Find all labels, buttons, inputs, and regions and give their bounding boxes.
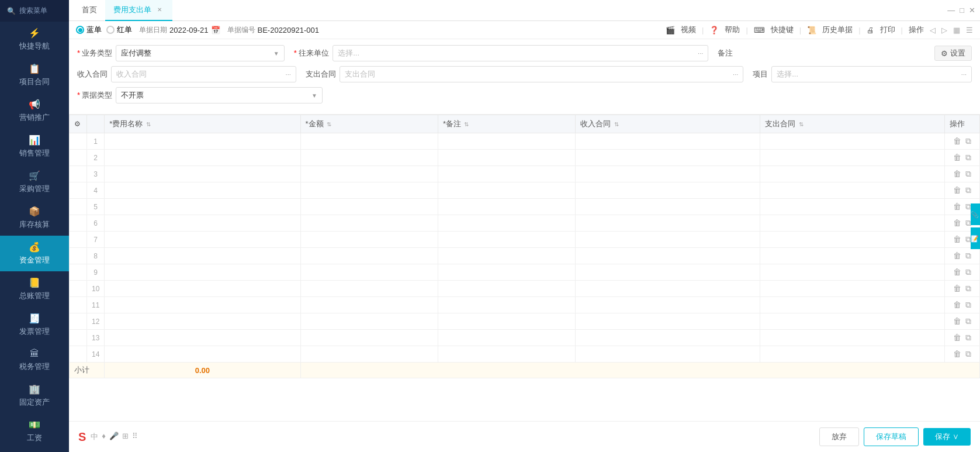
copy-icon[interactable]: ⧉: [965, 300, 971, 309]
tab-close-icon[interactable]: ✕: [155, 5, 164, 15]
expense-contract-cell[interactable]: [760, 232, 945, 248]
col-config[interactable]: ⚙: [70, 115, 87, 133]
sidebar-item-purchase-mgmt[interactable]: 🛒采购管理: [0, 164, 69, 200]
save-draft-button[interactable]: 保存草稿: [864, 427, 919, 446]
income-contract-cell[interactable]: [576, 297, 760, 313]
remark-cell[interactable]: [438, 330, 576, 346]
calendar-icon[interactable]: 📅: [211, 26, 220, 34]
copy-icon[interactable]: ⧉: [965, 185, 971, 195]
remark-cell[interactable]: [438, 199, 576, 215]
help-icon[interactable]: ❓: [709, 26, 719, 34]
copy-icon[interactable]: ⧉: [965, 349, 971, 358]
amount-cell[interactable]: [300, 232, 438, 248]
copy-icon[interactable]: ⧉: [965, 284, 971, 293]
expense-name-cell[interactable]: [105, 248, 300, 264]
income-contract-cell[interactable]: [576, 232, 760, 248]
expense-name-cell[interactable]: [105, 346, 300, 363]
remark-cell[interactable]: [438, 166, 576, 182]
radio-blue[interactable]: 蓝单: [76, 25, 102, 35]
income-contract-cell[interactable]: [576, 133, 760, 150]
expense-contract-cell[interactable]: [760, 281, 945, 297]
remark-cell[interactable]: [438, 182, 576, 199]
copy-icon[interactable]: ⧉: [965, 136, 971, 146]
amount-cell[interactable]: [300, 346, 438, 363]
income-contract-cell[interactable]: [576, 313, 760, 330]
delete-icon[interactable]: 🗑: [953, 349, 961, 358]
income-contract-cell[interactable]: [576, 150, 760, 166]
col-income-contract[interactable]: 收入合同 ⇅: [576, 115, 760, 133]
income-contract-cell[interactable]: [576, 264, 760, 281]
amount-cell[interactable]: [300, 248, 438, 264]
window-minimize-icon[interactable]: —: [947, 6, 955, 15]
window-close-icon[interactable]: ✕: [969, 6, 975, 15]
remark-cell[interactable]: [438, 264, 576, 281]
history-label[interactable]: 历史单据: [822, 25, 853, 35]
tab-expense-bill[interactable]: 费用支出单 ✕: [105, 0, 172, 21]
delete-icon[interactable]: 🗑: [953, 316, 961, 326]
remark-cell[interactable]: [438, 297, 576, 313]
delete-icon[interactable]: 🗑: [953, 333, 961, 342]
discard-button[interactable]: 放弃: [819, 427, 859, 446]
history-icon[interactable]: 📜: [807, 26, 816, 34]
expense-name-cell[interactable]: [105, 150, 300, 166]
copy-icon[interactable]: ⧉: [965, 333, 971, 342]
project-input[interactable]: 选择... ···: [771, 66, 972, 82]
expense-name-cell[interactable]: [105, 281, 300, 297]
col-remark[interactable]: *备注 ⇅: [438, 115, 576, 133]
amount-cell[interactable]: [300, 150, 438, 166]
sidebar-item-ledger[interactable]: 📒总账管理: [0, 271, 69, 307]
remark-cell[interactable]: [438, 313, 576, 330]
expense-contract-cell[interactable]: [760, 182, 945, 199]
radio-red[interactable]: 红单: [106, 25, 132, 35]
toolbar-grid-icon[interactable]: ▦: [953, 26, 960, 34]
delete-icon[interactable]: 🗑: [953, 153, 961, 162]
expense-name-cell[interactable]: [105, 166, 300, 182]
expense-name-cell[interactable]: [105, 215, 300, 232]
expense-contract-cell[interactable]: [760, 330, 945, 346]
income-contract-cell[interactable]: [576, 281, 760, 297]
expense-contract-cell[interactable]: [760, 248, 945, 264]
sidebar-item-ops-mgmt[interactable]: 📈经营管理: [0, 449, 69, 452]
delete-icon[interactable]: 🗑: [953, 267, 961, 277]
expense-name-cell[interactable]: [105, 313, 300, 330]
sidebar-item-capital-mgmt[interactable]: 💰资金管理: [0, 236, 69, 271]
window-maximize-icon[interactable]: □: [960, 6, 964, 15]
tab-home[interactable]: 首页: [74, 0, 105, 21]
expense-name-cell[interactable]: [105, 264, 300, 281]
sidebar-search[interactable]: 🔍 搜索菜单: [0, 0, 69, 22]
remark-cell[interactable]: [438, 133, 576, 150]
delete-icon[interactable]: 🗑: [953, 218, 961, 227]
sidebar-item-project-contract[interactable]: 📋项目合同: [0, 57, 69, 93]
delete-icon[interactable]: 🗑: [953, 185, 961, 195]
save-button[interactable]: 保存 ∨: [923, 428, 971, 446]
sidebar-item-inventory[interactable]: 📦库存核算: [0, 200, 69, 236]
income-contract-input[interactable]: 收入合同 ···: [111, 66, 296, 82]
attachment-panel[interactable]: 📎: [971, 203, 980, 225]
video-label[interactable]: 视频: [681, 25, 696, 35]
sidebar-item-fixed-assets[interactable]: 🏢固定资产: [0, 378, 69, 413]
copy-icon[interactable]: ⧉: [965, 316, 971, 326]
expense-name-cell[interactable]: [105, 232, 300, 248]
expense-name-cell[interactable]: [105, 297, 300, 313]
sidebar-item-tax-mgmt[interactable]: 🏛税务管理: [0, 343, 69, 378]
expense-contract-cell[interactable]: [760, 166, 945, 182]
biz-type-select[interactable]: 应付调整 ▼: [116, 45, 284, 61]
income-contract-cell[interactable]: [576, 199, 760, 215]
sidebar-item-invoice-mgmt[interactable]: 🧾发票管理: [0, 307, 69, 343]
expense-contract-cell[interactable]: [760, 150, 945, 166]
delete-icon[interactable]: 🗑: [953, 202, 961, 211]
remark-cell[interactable]: [438, 281, 576, 297]
col-amount[interactable]: *金额 ⇅: [300, 115, 438, 133]
amount-cell[interactable]: [300, 297, 438, 313]
print-icon[interactable]: 🖨: [867, 26, 874, 34]
shortcut-label[interactable]: 快捷键: [771, 25, 794, 35]
income-contract-cell[interactable]: [576, 346, 760, 363]
amount-cell[interactable]: [300, 264, 438, 281]
toolbar-next-icon[interactable]: ▷: [941, 26, 947, 34]
video-icon[interactable]: 🎬: [666, 26, 675, 34]
sidebar-item-marketing[interactable]: 📢营销推广: [0, 93, 69, 129]
shortcut-icon[interactable]: ⌨: [754, 26, 765, 34]
remark-cell[interactable]: [438, 346, 576, 363]
amount-cell[interactable]: [300, 281, 438, 297]
sidebar-item-quick-nav[interactable]: ⚡快捷导航: [0, 22, 69, 57]
